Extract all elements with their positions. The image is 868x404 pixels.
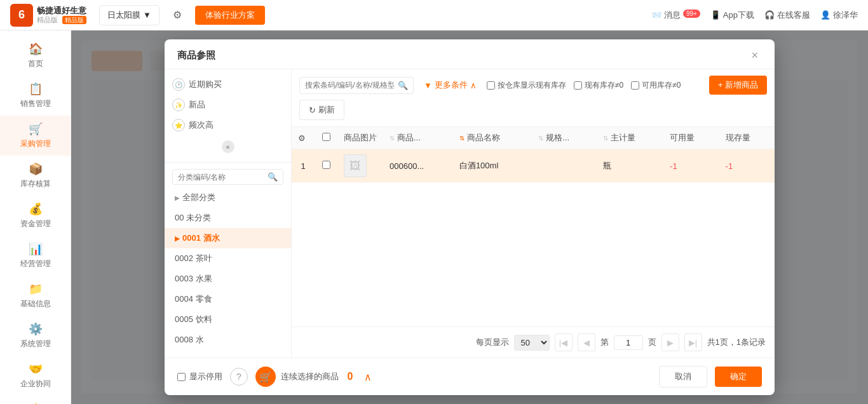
modal-body: 🕐 近期购买 ✨ 新品 ⭐ 频次高 « <box>165 69 775 358</box>
sidebar-item-inventory[interactable]: 📦 库存核算 <box>0 156 71 196</box>
product-search-input[interactable] <box>305 81 394 90</box>
th-name[interactable]: ⇅ 商品名称 <box>453 127 532 149</box>
sidebar: 🏠 首页 📋 销售管理 🛒 采购管理 📦 库存核算 💰 资金管理 📊 经营管理 … <box>0 30 71 404</box>
headset-icon: 🎧 <box>764 10 775 20</box>
messages-btn[interactable]: 📨 消息 99+ <box>651 10 700 21</box>
sales-icon: 📋 <box>29 82 43 96</box>
add-product-btn[interactable]: + 新增商品 <box>709 76 767 95</box>
sidebar-item-guide[interactable]: 🌟 新手引导 <box>0 396 71 404</box>
sidebar-item-system[interactable]: ⚙️ 系统管理 <box>0 316 71 356</box>
more-filter-btn[interactable]: ▼ 更多条件 ∧ <box>419 77 482 93</box>
cart-icon: 🛒 <box>255 367 276 387</box>
quick-item-frequent[interactable]: ⭐ 频次高 <box>165 115 291 135</box>
filter-label: 更多条件 <box>435 79 468 91</box>
page-size-label: 每页显示 <box>476 337 509 348</box>
category-liquor[interactable]: ▶ 0001 酒水 <box>165 228 291 248</box>
edition-badge: 精品版 <box>62 16 86 24</box>
quick-item-new[interactable]: ✨ 新品 <box>165 95 291 115</box>
filter-arrow-icon: ∧ <box>470 81 477 90</box>
logo-sub: 精品版 精品版 <box>37 16 86 24</box>
sort-arrow-code: ⇅ <box>390 135 395 142</box>
show-disabled-checkbox[interactable] <box>177 373 186 381</box>
sidebar-item-operations[interactable]: 📊 经营管理 <box>0 236 71 276</box>
app-download-btn[interactable]: 📱 App下载 <box>710 10 754 21</box>
toolbar: 🔍 ▼ 更多条件 ∧ 按仓库显示现有库存 <box>292 69 775 127</box>
sidebar-item-collab[interactable]: 🤝 企业协同 <box>0 356 71 396</box>
left-panel-collapse-btn[interactable]: « <box>222 140 234 153</box>
th-spec[interactable]: ⇅ 规格... <box>532 127 597 149</box>
last-page-btn[interactable]: ▶| <box>684 333 702 351</box>
logo-main: 畅捷通好生意 <box>37 6 86 16</box>
pagination-bar: 每页显示 50 10 20 100 |◀ ◀ 第 页 <box>292 327 775 358</box>
th-check[interactable] <box>315 127 337 149</box>
first-page-btn[interactable]: |◀ <box>555 333 573 351</box>
product-search-icon[interactable]: 🔍 <box>398 81 408 90</box>
th-unit[interactable]: ⇅ 主计量 <box>597 127 663 149</box>
product-search-box: 🔍 <box>299 77 414 94</box>
modal-close-btn[interactable]: × <box>747 48 762 62</box>
checkbox-stock-label[interactable]: 现有库存≠0 <box>574 80 623 91</box>
category-all[interactable]: ▶ 全部分类 <box>165 187 291 208</box>
show-disabled-label[interactable]: 显示停用 <box>177 371 222 382</box>
sidebar-label: 经营管理 <box>20 259 51 269</box>
dropdown-arrow: ▼ <box>143 10 151 20</box>
confirm-btn[interactable]: 确定 <box>715 367 762 387</box>
footer-collapse-btn[interactable]: ∧ <box>364 371 372 383</box>
category-unclassified[interactable]: 00 未分类 <box>165 208 291 228</box>
checkbox-available[interactable] <box>631 81 639 90</box>
page-label: 第 <box>600 337 609 348</box>
sidebar-label: 系统管理 <box>20 339 51 349</box>
page-number-input[interactable] <box>614 335 643 350</box>
table-row[interactable]: 1 🖼 <box>292 149 775 183</box>
new-icon: ✨ <box>172 98 185 111</box>
checkbox-warehouse[interactable] <box>487 81 495 90</box>
checkbox-group: 按仓库显示现有库存 现有库存≠0 可用库存≠0 <box>487 80 681 91</box>
help-btn[interactable]: ? <box>230 368 248 386</box>
category-fruit[interactable]: 0003 水果 <box>165 269 291 289</box>
next-page-btn[interactable]: ▶ <box>661 333 679 351</box>
category-water[interactable]: 0008 水 <box>165 330 291 350</box>
prev-page-btn[interactable]: ◀ <box>578 333 595 351</box>
th-stock: 现存量 <box>719 127 775 149</box>
online-service-btn[interactable]: 🎧 在线客服 <box>764 10 810 21</box>
cell-check[interactable] <box>315 149 337 183</box>
top-nav: 6 畅捷通好生意 精品版 精品版 日太阳膜 ▼ ⚙ 体验行业方案 📨 消息 99… <box>0 0 868 30</box>
th-code[interactable]: ⇅ 商品... <box>383 127 453 149</box>
cart-area: 🛒 连续选择的商品 0 <box>255 367 356 387</box>
cancel-btn[interactable]: 取消 <box>659 366 707 387</box>
row-checkbox[interactable] <box>322 161 330 169</box>
checkbox-stock[interactable] <box>574 81 582 90</box>
modal: 商品参照 × 🕐 近期购买 ✨ 新品 <box>165 39 775 395</box>
category-tea[interactable]: 0002 茶叶 <box>165 248 291 269</box>
refresh-btn[interactable]: ↻ 刷新 <box>299 100 344 120</box>
phone-icon: 📱 <box>710 10 721 20</box>
category-snacks[interactable]: 0004 零食 <box>165 289 291 309</box>
checkbox-warehouse-label[interactable]: 按仓库显示现有库存 <box>487 80 566 91</box>
page-size-select[interactable]: 50 10 20 100 <box>514 335 550 351</box>
sidebar-item-home[interactable]: 🏠 首页 <box>0 36 71 76</box>
user-avatar[interactable]: 👤 徐泽华 <box>820 10 858 21</box>
checkbox-available-label[interactable]: 可用库存≠0 <box>631 80 681 91</box>
cell-image: 🖼 <box>337 149 383 183</box>
cell-unit: 瓶 <box>597 149 663 183</box>
sidebar-label: 资金管理 <box>20 219 51 229</box>
category-search-icon[interactable]: 🔍 <box>268 172 278 182</box>
sidebar-label: 库存核算 <box>20 178 51 189</box>
nav-right: 📨 消息 99+ 📱 App下载 🎧 在线客服 👤 徐泽华 <box>651 10 858 21</box>
select-all-checkbox[interactable] <box>322 133 330 141</box>
sidebar-label: 销售管理 <box>20 98 51 109</box>
sidebar-item-sales[interactable]: 📋 销售管理 <box>0 76 71 116</box>
quick-item-recent[interactable]: 🕐 近期购买 <box>165 74 291 95</box>
sidebar-item-finance[interactable]: 💰 资金管理 <box>0 196 71 236</box>
category-appliances[interactable]: 0010 家电 <box>165 350 291 353</box>
product-image: 🖼 <box>344 154 367 177</box>
category-search-input[interactable] <box>178 173 265 182</box>
th-settings[interactable]: ⚙ <box>292 127 315 149</box>
settings-gear[interactable]: ⚙ <box>167 5 187 25</box>
category-drinks[interactable]: 0005 饮料 <box>165 309 291 330</box>
experience-btn[interactable]: 体验行业方案 <box>195 6 265 25</box>
sidebar-label: 采购管理 <box>20 138 51 149</box>
sidebar-item-basic-info[interactable]: 📁 基础信息 <box>0 276 71 316</box>
sidebar-item-purchase[interactable]: 🛒 采购管理 <box>0 116 71 156</box>
store-selector[interactable]: 日太阳膜 ▼ <box>99 5 159 25</box>
